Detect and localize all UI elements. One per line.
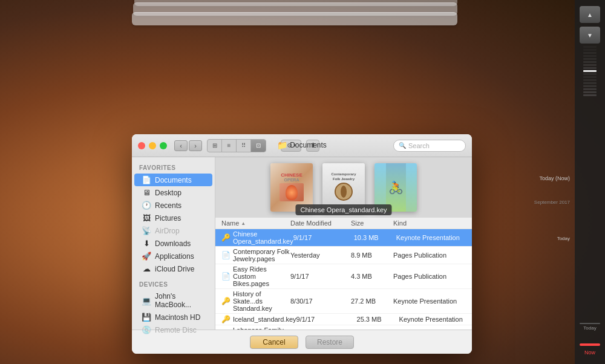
sidebar-item-remote-disc: 💿 Remote Disc xyxy=(134,323,212,336)
maximize-button[interactable] xyxy=(160,142,167,149)
sidebar-item-documents[interactable]: 📄 Documents xyxy=(134,174,212,186)
view-buttons: ⊞ ≡ ⠿ ⊡ xyxy=(207,139,266,152)
preview-area: CHINESE OPERA Contemporary Folk Jewelry xyxy=(215,157,472,218)
finder-body: Favorites 📄 Documents 🖥 Desktop 🕐 Recent… xyxy=(132,157,472,330)
file-kind: Pages Publication xyxy=(393,252,466,259)
down-arrow-icon: ▼ xyxy=(587,32,593,39)
preview-tooltip: Chinese Opera_standard.key xyxy=(295,204,391,215)
desktop-icon: 🖥 xyxy=(142,188,151,197)
devices-label: Devices xyxy=(132,279,215,290)
file-type-icon: 📄 xyxy=(221,251,230,259)
file-list: Name ▲ Date Modified Size Kind 🔑 Chinese… xyxy=(215,218,472,330)
col-size[interactable]: Size xyxy=(351,219,393,227)
file-name: Iceland_standard.key xyxy=(233,316,296,323)
file-kind: Keynote Presentation xyxy=(399,316,472,323)
file-type-icon: 🔑 xyxy=(221,315,230,323)
file-rows-container: 🔑 Chinese Opera_standard.key 9/1/17 10.3… xyxy=(215,229,472,330)
applications-icon: 🚀 xyxy=(142,252,151,261)
file-list-header: Name ▲ Date Modified Size Kind xyxy=(215,218,472,229)
window-title: 📁 Documents xyxy=(277,140,327,150)
downloads-icon: ⬇ xyxy=(142,239,151,248)
today-bar-label: Today xyxy=(557,236,570,241)
disc-icon: 💿 xyxy=(142,325,151,334)
timeline-bar-area: Today Now xyxy=(575,44,605,364)
sidebar-item-desktop[interactable]: 🖥 Desktop xyxy=(134,186,212,199)
folder-icon: 📁 xyxy=(277,140,287,150)
file-date: 9/1/17 xyxy=(296,316,357,323)
column-view-btn[interactable]: ⠿ xyxy=(237,140,251,152)
documents-icon: 📄 xyxy=(142,175,151,184)
sidebar-item-recents[interactable]: 🕐 Recents xyxy=(134,199,212,212)
today-now-label: Today (Now) xyxy=(539,175,570,181)
file-date: 9/1/17 xyxy=(290,273,351,280)
timeline-down-button[interactable]: ▼ xyxy=(580,27,600,44)
finder-window: ‹ › ⊞ ≡ ⠿ ⊡ ⚙▾ ⬆ 📁 Docum xyxy=(132,134,472,354)
main-content: CHINESE OPERA Contemporary Folk Jewelry xyxy=(215,157,472,330)
sidebar-item-applications[interactable]: 🚀 Applications xyxy=(134,250,212,262)
airdrop-icon: 📡 xyxy=(142,226,151,235)
list-view-btn[interactable]: ≡ xyxy=(222,140,237,152)
file-size: 25.3 MB xyxy=(357,316,399,323)
close-button[interactable] xyxy=(138,142,145,149)
file-name: Chinese Opera_standard.key xyxy=(233,230,293,245)
file-size: 8.9 MB xyxy=(351,252,393,259)
up-arrow-icon: ▲ xyxy=(587,11,593,18)
restore-button[interactable]: Restore xyxy=(306,336,354,349)
file-date: Yesterday xyxy=(290,252,351,259)
timeline-up-button[interactable]: ▲ xyxy=(580,6,600,23)
macintosh-icon: 💾 xyxy=(142,313,151,322)
sidebar-item-pictures[interactable]: 🖼 Pictures xyxy=(134,212,212,224)
file-kind: Keynote Presentation xyxy=(396,234,469,241)
sep-label: September 2017 xyxy=(534,200,570,205)
file-type-icon: 📄 xyxy=(221,272,230,281)
icloud-icon: ☁ xyxy=(142,264,151,273)
laptop-screen: Today (Now) September 2017 Today ‹ › xyxy=(0,0,605,364)
file-name: Easy Rides Custom Bikes.pages xyxy=(233,265,290,287)
macbook-icon: 💻 xyxy=(142,296,151,305)
titlebar: ‹ › ⊞ ≡ ⠿ ⊡ ⚙▾ ⬆ 📁 Docum xyxy=(132,134,472,157)
forward-button[interactable]: › xyxy=(189,140,202,151)
file-size: 4.3 MB xyxy=(351,273,393,280)
file-type-icon: 🔑 xyxy=(221,233,230,242)
pictures-icon: 🖼 xyxy=(142,213,151,223)
file-date: 8/30/17 xyxy=(290,297,351,305)
icon-view-btn[interactable]: ⊞ xyxy=(208,140,222,152)
table-row[interactable]: 📄 Lebanese Family Recipes.pages Yesterda… xyxy=(215,325,472,330)
table-row[interactable]: 📄 Easy Rides Custom Bikes.pages 9/1/17 4… xyxy=(215,264,472,289)
table-row[interactable]: 🔑 History of Skate...ds Standard.key 8/3… xyxy=(215,289,472,314)
now-label: Now xyxy=(584,349,595,356)
minimize-button[interactable] xyxy=(149,142,156,149)
file-name: Lebanese Family Recipes.pages xyxy=(233,327,290,330)
table-row[interactable]: 🔑 Chinese Opera_standard.key 9/1/17 10.3… xyxy=(215,229,472,247)
sidebar-item-macbook[interactable]: 💻 John's MacBook... xyxy=(134,290,212,311)
traffic-lights xyxy=(138,142,167,149)
timeline-panel: ▲ ▼ xyxy=(575,0,605,364)
cover-flow-btn[interactable]: ⊡ xyxy=(251,140,266,152)
col-kind[interactable]: Kind xyxy=(393,219,466,227)
sidebar-item-icloud[interactable]: ☁ iCloud Drive xyxy=(134,262,212,275)
file-kind: Pages Publication xyxy=(393,273,466,280)
sidebar: Favorites 📄 Documents 🖥 Desktop 🕐 Recent… xyxy=(132,157,215,330)
file-size: 27.2 MB xyxy=(351,297,393,305)
file-type-icon: 🔑 xyxy=(221,297,230,305)
col-date[interactable]: Date Modified xyxy=(290,219,351,227)
recents-icon: 🕐 xyxy=(142,201,151,210)
favorites-label: Favorites xyxy=(132,162,215,174)
file-name: Contemporary Folk Jewelry.pages xyxy=(233,248,290,262)
back-button[interactable]: ‹ xyxy=(174,140,188,151)
file-size: 10.3 MB xyxy=(354,234,396,241)
sidebar-item-downloads[interactable]: ⬇ Downloads xyxy=(134,237,212,250)
sidebar-item-macintosh-hd[interactable]: 💾 Macintosh HD xyxy=(134,311,212,323)
file-date: 9/1/17 xyxy=(293,234,354,241)
nav-arrows: ‹ › xyxy=(174,140,202,151)
sidebar-item-airdrop: 📡 AirDrop xyxy=(134,224,212,237)
timeline-bars xyxy=(578,46,601,96)
cancel-button[interactable]: Cancel xyxy=(250,336,298,349)
file-kind: Keynote Presentation xyxy=(393,297,466,305)
col-name[interactable]: Name ▲ xyxy=(221,219,290,227)
table-row[interactable]: 🔑 Iceland_standard.key 9/1/17 25.3 MB Ke… xyxy=(215,314,472,325)
file-name: History of Skate...ds Standard.key xyxy=(233,290,290,312)
search-box[interactable]: 🔍 Search xyxy=(393,140,466,152)
table-row[interactable]: 📄 Contemporary Folk Jewelry.pages Yester… xyxy=(215,247,472,264)
